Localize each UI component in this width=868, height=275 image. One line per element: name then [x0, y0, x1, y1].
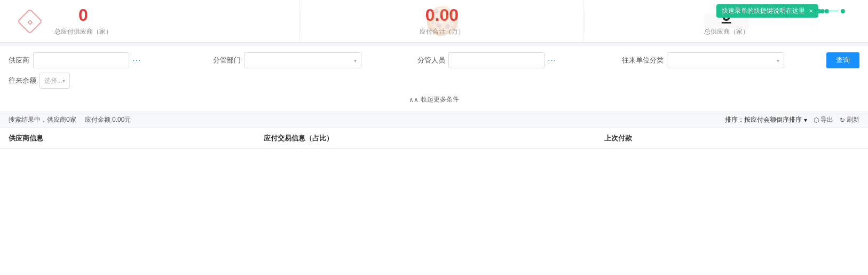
col-header-transaction: 应付交易信息（占比） [264, 133, 604, 143]
export-label: 导出 [820, 115, 833, 124]
mint-icon: 🍪 [425, 5, 460, 37]
unit-chevron-icon: ▾ [777, 58, 779, 64]
query-button[interactable]: 查询 [826, 52, 859, 68]
filter-bar: 供应商 ··· 分管部门 ▾ 分管人员 ··· 往来单位分类 ▾ 查询 [0, 46, 868, 112]
filter-row-1: 供应商 ··· 分管部门 ▾ 分管人员 ··· 往来单位分类 ▾ 查询 [9, 52, 859, 68]
result-bar-left: 搜索结果中，供应商0家 应付金额 0.00元 [9, 115, 131, 124]
result-bar: 搜索结果中，供应商0家 应付金额 0.00元 排序：按应付会额倒序排序 ▾ ⬡ … [0, 112, 868, 128]
collapse-up-icon: ∧∧ [409, 96, 419, 104]
stat-item-total-suppliers: 快速录单的快捷键说明在这里 × 0 总供应商（家） [585, 0, 868, 42]
balance-filter-label: 往来余额 [9, 76, 36, 85]
person-filter-label: 分管人员 [417, 56, 445, 65]
sort-label: 排序：按应付会额倒序排序 [725, 115, 802, 124]
dept-select[interactable]: ▾ [244, 52, 361, 68]
supplier-input[interactable] [33, 52, 129, 68]
export-button[interactable]: ⬡ 导出 [814, 115, 833, 124]
tooltip-bubble: 快速录单的快捷键说明在这里 × [716, 4, 819, 18]
result-amount-text: 应付金额 0.00元 [85, 115, 131, 124]
unit-select[interactable]: ▾ [667, 52, 784, 68]
dept-filter-label: 分管部门 [213, 56, 241, 65]
filter-group-supplier: 供应商 ··· [9, 52, 209, 68]
stat-item-payable-total: 🍪 0.00 应付合计（万） [301, 0, 585, 42]
export-icon: ⬡ [814, 116, 819, 124]
col-header-supplier: 供应商信息 [9, 133, 264, 143]
unit-filter-label: 往来单位分类 [622, 56, 664, 65]
tooltip-close-button[interactable]: × [809, 7, 814, 15]
col-header-lastpay: 上次付款 [604, 133, 859, 143]
table-header: 供应商信息 应付交易信息（占比） 上次付款 [0, 128, 868, 149]
supplier-filter-label: 供应商 [9, 56, 30, 65]
filter-row-2: 往来余额 选择... ▾ [9, 73, 859, 89]
diamond-logo: ◇ [16, 7, 44, 35]
balance-select[interactable]: 选择... ▾ [40, 73, 70, 89]
refresh-button[interactable]: ↻ 刷新 [840, 115, 859, 124]
balance-chevron-icon: ▾ [62, 78, 65, 84]
collapse-bar: ∧∧ 收起更多条件 [9, 93, 859, 107]
filter-group-person: 分管人员 ··· [417, 52, 618, 68]
person-dots[interactable]: ··· [548, 56, 556, 65]
sort-select[interactable]: 排序：按应付会额倒序排序 ▾ [725, 115, 807, 124]
stats-bar: ◇ 0 总应付供应商（家） 🍪 0.00 应付合计（万） 快速录单的快捷键说明在… [0, 0, 868, 43]
filter-group-balance: 往来余额 选择... ▾ [9, 73, 70, 89]
table-body [0, 149, 868, 275]
collapse-label: 收起更多条件 [421, 95, 459, 104]
tooltip-text: 快速录单的快捷键说明在这里 [722, 6, 805, 15]
payable-suppliers-number: 0 [78, 6, 88, 25]
result-bar-right: 排序：按应付会额倒序排序 ▾ ⬡ 导出 ↻ 刷新 [725, 115, 859, 124]
collapse-button[interactable]: ∧∧ 收起更多条件 [409, 95, 459, 104]
refresh-label: 刷新 [847, 115, 859, 124]
person-input[interactable] [448, 52, 545, 68]
sort-chevron-icon: ▾ [804, 116, 807, 124]
result-suppliers-text: 搜索结果中，供应商0家 [9, 115, 76, 124]
stat-item-payable-suppliers: ◇ 0 总应付供应商（家） [0, 0, 300, 42]
balance-placeholder: 选择... [44, 76, 62, 85]
refresh-icon: ↻ [840, 116, 845, 124]
stat-numbers-payable: 0 总应付供应商（家） [54, 6, 112, 36]
filter-group-unit: 往来单位分类 ▾ [622, 52, 822, 68]
supplier-dots[interactable]: ··· [132, 56, 141, 65]
filter-group-dept: 分管部门 ▾ [213, 52, 413, 68]
payable-suppliers-label: 总应付供应商（家） [54, 27, 112, 36]
dept-chevron-icon: ▾ [354, 58, 357, 64]
svg-text:◇: ◇ [27, 19, 33, 25]
